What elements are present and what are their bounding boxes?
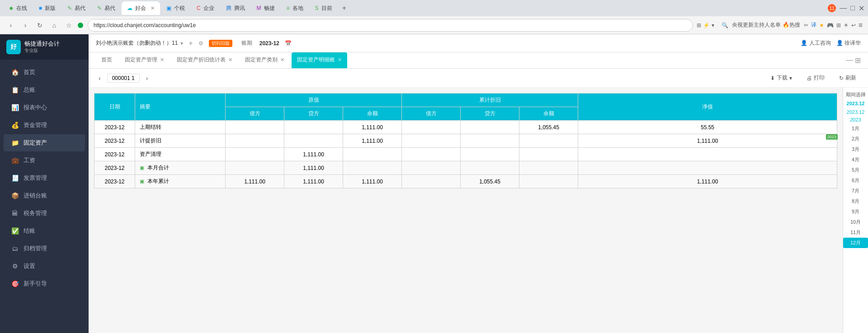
tab-close-depreciation[interactable]: ✕ bbox=[228, 57, 232, 63]
browser-tab-changji[interactable]: M 畅捷 bbox=[251, 1, 280, 15]
sidebar-menu: 🏠 首页 📋 总账 📊 报表中心 💰 资金管理 📁 固定资产 💼 工资 bbox=[0, 60, 89, 333]
minimize-panel-icon[interactable]: — bbox=[846, 56, 853, 65]
period-selected-start: 2023.12 bbox=[846, 99, 866, 108]
sidebar-item-funds[interactable]: 💰 资金管理 bbox=[4, 117, 85, 134]
cell-orig-debit bbox=[226, 161, 284, 175]
period-month-4[interactable]: 4月 bbox=[843, 155, 868, 165]
settings-cog-icon[interactable]: ⚙ bbox=[198, 40, 203, 47]
gamepad-icon[interactable]: 🎮 bbox=[827, 22, 834, 28]
period-month-8[interactable]: 8月 bbox=[843, 196, 868, 206]
sidebar-item-guide[interactable]: 🎯 新手引导 bbox=[4, 275, 85, 292]
tab-fixed-asset-mgmt[interactable]: 固定资产管理 ✕ bbox=[119, 52, 170, 68]
settings-icon: ⚙ bbox=[11, 262, 19, 270]
browser-tab-new[interactable]: ■ 新版 bbox=[33, 1, 61, 15]
header-original-value: 原值 bbox=[226, 94, 402, 107]
scissors-icon[interactable]: ✂ bbox=[804, 22, 808, 28]
download-button[interactable]: ⬇ 下载 ▾ bbox=[766, 72, 797, 84]
browser-tab-online[interactable]: ● 在线 bbox=[4, 1, 33, 15]
period-month-7[interactable]: 7月 bbox=[843, 186, 868, 196]
next-page-button[interactable]: › bbox=[143, 74, 151, 83]
sidebar-item-sales[interactable]: 📦 进销台账 bbox=[4, 187, 85, 204]
user-avatar[interactable]: 👤 徐译华 bbox=[836, 39, 861, 47]
subheader-dep-debit: 借方 bbox=[402, 107, 461, 121]
period-month-3[interactable]: 3月 bbox=[843, 144, 868, 155]
tab-depreciation-stat[interactable]: 固定资产折旧统计表 ✕ bbox=[171, 52, 238, 68]
window-restore[interactable]: □ bbox=[850, 4, 855, 12]
subheader-dep-credit: 贷方 bbox=[461, 107, 519, 121]
sidebar-item-fixed-assets[interactable]: 📁 固定资产 bbox=[4, 134, 85, 151]
tab-close-detail[interactable]: ✕ bbox=[338, 57, 342, 63]
period-year[interactable]: 2023 bbox=[850, 116, 861, 123]
translate-icon[interactable]: 译 bbox=[811, 21, 816, 29]
sidebar-item-settings[interactable]: ⚙ 设置 bbox=[4, 258, 85, 275]
period-month-12[interactable]: 12月 bbox=[843, 238, 868, 248]
print-button[interactable]: 🖨 打印 bbox=[802, 72, 829, 84]
dropdown-icon[interactable]: ▾ bbox=[712, 22, 714, 28]
cell-dep-balance bbox=[519, 161, 578, 175]
undo-icon[interactable]: ↩ bbox=[851, 22, 856, 28]
sidebar-item-invoices[interactable]: 🧾 发票管理 bbox=[4, 169, 85, 187]
browser-tab-mubiao[interactable]: S 目前 bbox=[310, 1, 338, 15]
tab-asset-category[interactable]: 固定资产类别 ✕ bbox=[240, 52, 290, 68]
refresh-browser-button[interactable]: ↻ bbox=[34, 20, 45, 31]
customer-service-button[interactable]: 👤 人工咨询 bbox=[801, 39, 830, 47]
tab-home[interactable]: 首页 bbox=[96, 52, 118, 68]
devices-icon[interactable]: ⊞ bbox=[697, 22, 701, 28]
sidebar-item-payroll[interactable]: 💼 工资 bbox=[4, 152, 85, 169]
bookmark-button[interactable]: ☆ bbox=[63, 20, 74, 31]
prev-page-button[interactable]: ‹ bbox=[96, 74, 104, 83]
period-month-10[interactable]: 10月 bbox=[843, 217, 868, 227]
period-month-1[interactable]: 1月 bbox=[843, 123, 868, 134]
brightness-icon[interactable]: ☀ bbox=[844, 22, 849, 28]
refresh-button[interactable]: ↻ 刷新 bbox=[835, 72, 861, 84]
account-selector[interactable]: 刘小艳演示账套（勿删勿动！）11 ▾ bbox=[96, 39, 183, 47]
period-month-2[interactable]: 2月 bbox=[843, 134, 868, 144]
menu-icon[interactable]: ≡ bbox=[859, 21, 863, 29]
lightning-icon[interactable]: ⚡ bbox=[703, 22, 710, 28]
back-button[interactable]: ‹ bbox=[5, 20, 16, 31]
main-table-area: 日期 摘要 原值 累计折旧 净值 借方 贷方 余额 bbox=[89, 88, 843, 333]
home-button[interactable]: ⌂ bbox=[49, 20, 60, 31]
period-month-9[interactable]: 9月 bbox=[843, 206, 868, 217]
cell-date: 2023-12 bbox=[94, 148, 135, 161]
search-text: 央视更新主持人名单 🔥热搜 bbox=[732, 21, 800, 29]
grid-icon[interactable]: ⊞ bbox=[836, 22, 841, 28]
close-tab-icon[interactable]: ✕ bbox=[151, 5, 155, 11]
add-account-button[interactable]: + bbox=[189, 39, 193, 47]
star-icon[interactable]: ★ bbox=[819, 22, 824, 28]
cell-date: 2023-12 bbox=[94, 175, 135, 188]
tab-close-fixed-asset[interactable]: ✕ bbox=[160, 57, 164, 63]
browser-tab-yidai1[interactable]: ✎ 易代 bbox=[62, 1, 91, 15]
tab-close-category[interactable]: ✕ bbox=[280, 57, 284, 63]
window-minimize[interactable]: — bbox=[840, 4, 847, 12]
table-row: 2023-12 ▣ 本月合计 1,111.00 bbox=[94, 161, 837, 175]
period-month-11[interactable]: 11月 bbox=[843, 227, 868, 238]
cell-dep-debit bbox=[402, 161, 461, 175]
period-month-6[interactable]: 6月 bbox=[843, 175, 868, 186]
sidebar-item-general-ledger[interactable]: 📋 总账 bbox=[4, 81, 85, 98]
tax-icon: 🏛 bbox=[11, 209, 19, 217]
sidebar-item-archive[interactable]: 🗂 归档管理 bbox=[4, 240, 85, 257]
browser-tab-yidai2[interactable]: ✎ 易代 bbox=[92, 1, 121, 15]
sidebar-item-reports[interactable]: 📊 报表中心 bbox=[4, 99, 85, 116]
period-calendar-icon[interactable]: 📅 bbox=[285, 40, 292, 47]
forward-button[interactable]: › bbox=[20, 20, 31, 31]
sidebar-item-home[interactable]: 🏠 首页 bbox=[4, 64, 85, 81]
browser-tab-geshui[interactable]: ▣ 个税 bbox=[161, 1, 190, 15]
expand-panel-icon[interactable]: ⊞ bbox=[855, 56, 861, 65]
payroll-icon: 💼 bbox=[11, 156, 19, 164]
browser-tab-tengxun[interactable]: 腾 腾讯 bbox=[221, 1, 250, 15]
version-toggle-button[interactable]: 切到旧版 bbox=[209, 40, 232, 47]
browser-tab-gedi[interactable]: ≡ 各地 bbox=[281, 1, 309, 15]
sidebar-item-closing[interactable]: ✅ 结账 bbox=[4, 222, 85, 239]
tab-asset-detail[interactable]: 固定资产明细账 ✕ bbox=[292, 52, 347, 68]
search-icon: 🔍 bbox=[722, 22, 728, 28]
sidebar-item-tax[interactable]: 🏛 税务管理 bbox=[4, 205, 85, 222]
browser-tab-qiye[interactable]: C 企业 bbox=[191, 1, 220, 15]
tab-count-badge: 11 bbox=[828, 4, 836, 12]
browser-tab-haokuai[interactable]: ☁ 好会 ✕ bbox=[122, 1, 160, 15]
period-month-5[interactable]: 5月 bbox=[843, 165, 868, 175]
address-input[interactable] bbox=[88, 19, 693, 32]
window-close[interactable]: ✕ bbox=[859, 4, 864, 13]
new-tab-button[interactable]: + bbox=[339, 2, 350, 14]
